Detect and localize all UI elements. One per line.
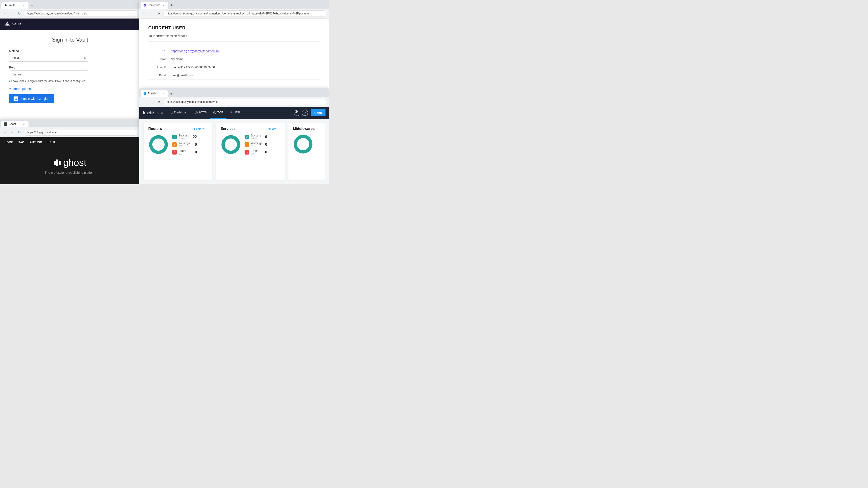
svg-point-11 [153,139,164,150]
svc-errors-label-col: Errors 0% [251,149,264,155]
ghost-nav-tag[interactable]: TAG [19,141,24,144]
help-button[interactable]: ? [302,109,308,116]
vault-favicon [4,4,7,7]
traefik-tab-close[interactable]: × [161,92,165,95]
google-signin-button[interactable]: G Sign in with Google [9,94,54,103]
traefik-brand-text: træfik [143,110,155,116]
role-form-group: Role ℹ Leave blank to sign in with the d… [9,66,131,83]
svg-point-13 [225,139,237,150]
ghost-refresh-button[interactable]: ↻ [17,130,22,135]
ghost-nav: HOME TAG AUTHOR HELP [0,137,140,147]
errors-badge: ⚠ [172,150,177,155]
svc-errors-label: Errors [251,149,264,153]
services-errors-stat: ⚠ Errors 0% 0 [245,149,267,155]
vault-forward-button[interactable]: → [9,11,15,16]
role-input[interactable] [9,70,88,78]
routers-errors-stat: ⚠ Errors 0% 0 [172,149,197,155]
vault-url-input[interactable] [24,10,138,17]
svc-warnings-badge: ! [245,142,249,147]
udp-icon: ◎ [230,110,232,115]
traefik-refresh-button[interactable]: ↻ [156,99,161,105]
routers-explore-link[interactable]: Explore → [194,127,208,131]
vault-tab-close[interactable]: × [22,3,26,7]
ghost-bar-3 [59,161,61,165]
name-value: My Name [171,57,184,61]
ghost-logo-icon [54,160,61,166]
pomerium-tab[interactable]: P Pomerium × [141,2,168,8]
svc-success-pct: 100% [251,137,264,140]
ghost-hero-section: ghost The professional publishing platfo… [0,147,140,184]
services-donut-stats: ✓ Success 100% 9 ! Warnings [221,134,280,155]
check-icon: ✓ [174,135,176,138]
svg-text:T: T [144,93,145,95]
routers-donut-stats: ✓ Success 100% 22 ! Warnings [148,134,208,155]
traefik-nav-dashboard[interactable]: ⌂ Dashboard [167,107,192,119]
pomerium-forward-button[interactable]: → [149,11,154,16]
vault-tab[interactable]: Vault × [1,2,29,8]
errors-label-col: Errors 0% [179,149,191,155]
vault-browser-window: Vault × + ← → ↻ Vault Sign in to Vault M… [0,0,140,120]
traefik-tab[interactable]: T Traefik × [141,90,168,97]
pomerium-favicon: P [143,4,147,7]
svc-warnings-pct: 0% [251,145,264,148]
pomerium-refresh-button[interactable]: ↻ [156,11,161,16]
ghost-forward-button[interactable]: → [9,130,15,135]
pomerium-url-input[interactable] [163,10,327,17]
svc-error-icon: ⚠ [246,151,248,154]
role-hint: ℹ Leave blank to sign in with the defaul… [9,79,131,83]
services-explore-link[interactable]: Explore → [267,127,280,131]
traefik-nav-http[interactable]: ◎ HTTP [192,107,210,119]
ghost-logo-text: ghost [63,157,87,168]
ghost-new-tab-button[interactable]: + [29,121,35,127]
vault-refresh-button[interactable]: ↻ [17,11,22,16]
vault-form-content: Sign in to Vault Method OIDC Role ℹ Leav… [0,30,140,120]
vault-tab-title: Vault [8,4,21,7]
ghost-tab-close[interactable]: × [22,122,26,126]
userid-label: UserID [148,66,171,69]
ghost-url-input[interactable] [24,129,138,135]
dark-mode-toggle[interactable]: ◑ Dark [294,109,299,117]
ghost-browser-window: G Ghost × + ← → ↻ HOME TAG AUTHOR HELP g… [0,119,140,184]
routers-card-header: Routers Explore → [148,127,208,131]
method-select[interactable]: OIDC [9,54,88,62]
services-success-stat: ✓ Success 100% 9 [245,134,267,140]
ghost-logo-area: ghost [54,157,87,168]
google-signin-label: Sign in with Google [20,97,48,101]
ghost-nav-author[interactable]: AUTHOR [30,141,42,144]
errors-label: Errors [179,149,191,153]
svc-errors-pct: 0% [251,153,264,155]
vault-new-tab-button[interactable]: + [29,2,35,8]
ghost-nav-help[interactable]: HELP [48,141,55,144]
warnings-badge: ! [172,142,177,147]
traefik-nav-udp[interactable]: ◎ UDP [226,107,243,119]
pomerium-tab-close[interactable]: × [162,3,165,7]
email-value: user@gmail.com [171,74,193,77]
traefik-forward-button[interactable]: → [149,99,154,105]
connect-button[interactable]: Conn [311,109,326,116]
more-options-row[interactable]: ∨ More options [9,87,131,91]
ghost-back-button[interactable]: ← [2,130,8,135]
vault-back-button[interactable]: ← [2,11,8,16]
services-donut-chart [221,134,241,155]
services-card: Services Explore → ✓ [216,123,285,180]
ghost-nav-home[interactable]: HOME [4,141,13,144]
svc-warnings-count: 0 [265,142,267,147]
url-value[interactable]: https://who.gc.my.domain/.pomerium/ [171,49,219,53]
svc-warnings-label-col: Warnings 0% [251,142,264,148]
role-label: Role [9,66,131,69]
middlewares-card-title: Middlewares [293,127,315,131]
traefik-back-button[interactable]: ← [142,99,147,105]
pomerium-browser-window: P Pomerium × + ← → ↻ CURRENT USER Your c… [139,0,329,89]
traefik-url-input[interactable] [163,99,327,105]
traefik-new-tab-button[interactable]: + [168,91,175,97]
traefik-nav-tcp-label: TCP [217,111,223,114]
svc-errors-badge: ⚠ [245,150,249,155]
traefik-nav-tcp[interactable]: ◎ TCP [210,107,226,119]
pomerium-back-button[interactable]: ← [142,11,147,16]
ghost-tab[interactable]: G Ghost × [1,121,29,127]
method-form-group: Method OIDC [9,49,131,62]
more-options-label: More options [12,87,31,91]
pomerium-new-tab-button[interactable]: + [168,2,175,8]
ghost-favicon: G [4,123,7,126]
svc-warnings-label: Warnings [251,142,264,145]
